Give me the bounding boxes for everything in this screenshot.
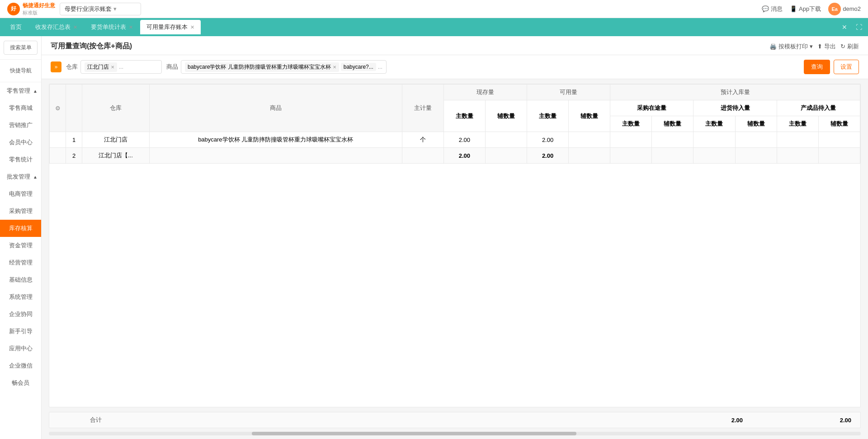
filter-bar: » 仓库 江北门店 ✕ ... 商品 babycare学饮杯 儿童防摔防撞吸管杯… bbox=[42, 55, 868, 79]
th-pending-inbound: 进货待入量 bbox=[693, 100, 777, 116]
org-selector[interactable]: 母婴行业演示账套 ▾ bbox=[60, 3, 141, 15]
table-settings-icon[interactable]: ⚙ bbox=[55, 105, 61, 112]
logo-icon: 好 bbox=[7, 3, 20, 15]
sidebar-item-basic-info[interactable]: 基础信息 bbox=[0, 271, 41, 288]
query-btn[interactable]: 查询 bbox=[804, 60, 830, 74]
sidebar-item-operations[interactable]: 经营管理 bbox=[0, 254, 41, 271]
filter-expand-btn[interactable]: » bbox=[51, 61, 61, 72]
td-purchase-aux bbox=[652, 132, 693, 148]
export-btn[interactable]: ⬆ 导出 bbox=[817, 42, 836, 51]
arrow-icon-wholesale: ▲ bbox=[33, 175, 38, 179]
th-product: 商品 bbox=[149, 85, 402, 132]
th-current-main: 主数量 bbox=[443, 100, 485, 132]
tab-receive-send[interactable]: 收发存汇总表 ✕ bbox=[29, 20, 84, 34]
page-header: 可用量查询(按仓库+商品) 🖨️ 按模板打印 ▾ ⬆ 导出 ↻ 刷新 bbox=[42, 36, 868, 55]
sidebar-item-inventory[interactable]: 库存核算 bbox=[0, 220, 41, 237]
td-available-main: 2.00 bbox=[527, 132, 569, 148]
settings-btn[interactable]: 设置 bbox=[834, 60, 859, 74]
sidebar-item-finance[interactable]: 资金管理 bbox=[0, 237, 41, 254]
sidebar-item-retail-mgmt[interactable]: 零售管理 ▲ bbox=[0, 82, 41, 99]
main-layout: 搜索菜单 快捷导航 零售管理 ▲ 零售商城 营销推广 会员中心 零售统计 批发管 bbox=[0, 36, 868, 439]
th-warehouse: 仓库 bbox=[82, 85, 150, 132]
tab-home[interactable]: 首页 bbox=[4, 20, 28, 34]
chevron-down-icon: ▾ bbox=[113, 5, 117, 12]
th-available: 可用量 bbox=[527, 85, 610, 100]
th-production-aux: 辅数量 bbox=[818, 116, 860, 132]
th-current-stock: 现存量 bbox=[443, 85, 527, 100]
warehouse-input[interactable]: 江北门店 ✕ ... bbox=[80, 60, 162, 74]
tab-close-available-stock[interactable]: ✕ bbox=[190, 24, 194, 30]
td-pending-main bbox=[693, 132, 735, 148]
tab-close-order-stat[interactable]: ✕ bbox=[129, 24, 133, 30]
product-more[interactable]: ... bbox=[378, 64, 382, 70]
app-icon: 📱 bbox=[790, 5, 797, 12]
table-row: 1 江北门店 babycare学饮杯 儿童防摔防撞吸管杯重力球吸嘴杯宝宝水杯 个… bbox=[50, 132, 860, 148]
product-tag1-close[interactable]: ✕ bbox=[333, 65, 336, 70]
th-current-aux: 辅数量 bbox=[485, 100, 527, 132]
logo-text: 畅捷通好生意 标准版 bbox=[23, 2, 55, 16]
sidebar-item-marketing[interactable]: 营销推广 bbox=[0, 117, 41, 134]
td-production-main bbox=[777, 132, 818, 148]
warehouse-tag: 江北门店 ✕ bbox=[85, 62, 117, 72]
td-pending-aux bbox=[735, 148, 777, 164]
sidebar-item-enterprise-collab[interactable]: 企业协同 bbox=[0, 306, 41, 323]
sidebar-item-new-guide[interactable]: 新手引导 bbox=[0, 323, 41, 340]
tab-maximize[interactable]: ⛶ bbox=[854, 22, 864, 33]
sidebar-item-system[interactable]: 系统管理 bbox=[0, 288, 41, 306]
quick-nav-btn[interactable]: 快捷导航 bbox=[0, 63, 41, 78]
page-actions: 🖨️ 按模板打印 ▾ ⬆ 导出 ↻ 刷新 bbox=[769, 42, 859, 51]
top-bar-left: 好 畅捷通好生意 标准版 母婴行业演示账套 ▾ bbox=[7, 2, 141, 16]
table-footer-area: 合计 2.00 2.00 bbox=[42, 412, 868, 430]
app-download-btn[interactable]: 📱 App下载 bbox=[790, 5, 821, 13]
th-settings[interactable]: ⚙ bbox=[50, 85, 66, 132]
tab-close-receive-send[interactable]: ✕ bbox=[73, 24, 77, 30]
td-warehouse: 江北门店 bbox=[82, 132, 150, 148]
sidebar-item-member-plus[interactable]: 畅会员 bbox=[0, 374, 41, 392]
tab-bar-actions: ✕ ⛶ bbox=[839, 22, 864, 33]
print-btn[interactable]: 🖨️ 按模板打印 ▾ bbox=[769, 42, 813, 51]
td-pending-aux bbox=[735, 132, 777, 148]
sidebar-item-app-center[interactable]: 应用中心 bbox=[0, 340, 41, 357]
td-production-main bbox=[777, 148, 818, 164]
table-header-row1: ⚙ 仓库 商品 主计量 现存量 可用量 预计入库量 bbox=[50, 85, 860, 100]
td-production-aux bbox=[818, 132, 860, 148]
horizontal-scrollbar[interactable] bbox=[49, 432, 861, 435]
td-unit: 个 bbox=[402, 132, 443, 148]
scrollbar-area bbox=[42, 430, 868, 439]
sidebar-item-retail-mall[interactable]: 零售商城 bbox=[0, 99, 41, 117]
td-available-aux bbox=[569, 148, 610, 164]
td-current-aux bbox=[485, 148, 527, 164]
message-btn[interactable]: 💬 消息 bbox=[762, 5, 783, 13]
warehouse-tag-close[interactable]: ✕ bbox=[111, 65, 114, 70]
page-title: 可用量查询(按仓库+商品) bbox=[51, 42, 132, 51]
tab-close-all[interactable]: ✕ bbox=[839, 22, 850, 33]
refresh-btn[interactable]: ↻ 刷新 bbox=[840, 42, 859, 51]
th-available-aux: 辅数量 bbox=[569, 100, 610, 132]
th-pending-main: 主数量 bbox=[693, 116, 735, 132]
sidebar-item-ecommerce[interactable]: 电商管理 bbox=[0, 185, 41, 203]
sidebar-item-purchase[interactable]: 采购管理 bbox=[0, 203, 41, 220]
warehouse-more[interactable]: ... bbox=[119, 64, 123, 70]
td-purchase-main bbox=[610, 148, 652, 164]
product-input[interactable]: babycare学饮杯 儿童防摔防撞吸管杯重力球吸嘴杯宝宝水杯 ✕ babyca… bbox=[181, 60, 387, 74]
sidebar-nav-area: 快捷导航 bbox=[0, 60, 41, 82]
footer-label: 合计 bbox=[54, 416, 102, 424]
sidebar-item-member[interactable]: 会员中心 bbox=[0, 134, 41, 151]
scrollbar-thumb[interactable] bbox=[252, 432, 576, 435]
td-pending-main bbox=[693, 148, 735, 164]
sidebar-item-enterprise-wechat[interactable]: 企业微信 bbox=[0, 357, 41, 374]
th-no bbox=[66, 85, 82, 132]
tab-available-stock[interactable]: 可用量库存账本 ✕ bbox=[140, 20, 201, 34]
tab-order-stat[interactable]: 要货单统计表 ✕ bbox=[85, 20, 139, 34]
sidebar-item-retail-stats[interactable]: 零售统计 bbox=[0, 151, 41, 168]
sidebar-item-wholesale-mgmt[interactable]: 批发管理 ▲ bbox=[0, 168, 41, 185]
footer-available-main: 2.00 bbox=[802, 417, 856, 424]
product-filter: 商品 babycare学饮杯 儿童防摔防撞吸管杯重力球吸嘴杯宝宝水杯 ✕ bab… bbox=[166, 60, 387, 74]
search-menu-btn[interactable]: 搜索菜单 bbox=[4, 41, 38, 55]
td-available-aux bbox=[569, 132, 610, 148]
top-bar: 好 畅捷通好生意 标准版 母婴行业演示账套 ▾ 💬 消息 📱 App下载 Ea … bbox=[0, 0, 868, 18]
user-menu[interactable]: Ea demo2 bbox=[828, 3, 861, 15]
table-body: 1 江北门店 babycare学饮杯 儿童防摔防撞吸管杯重力球吸嘴杯宝宝水杯 个… bbox=[50, 132, 860, 164]
td-product bbox=[149, 148, 402, 164]
table-footer: 合计 2.00 2.00 bbox=[49, 412, 861, 428]
